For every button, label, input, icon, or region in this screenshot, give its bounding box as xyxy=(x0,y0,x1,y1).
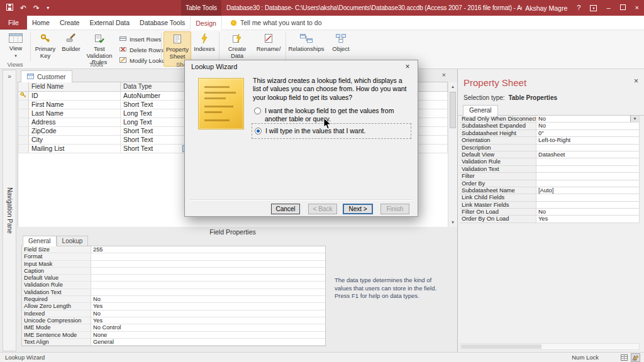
ps-value[interactable] xyxy=(536,180,640,187)
ps-row[interactable]: Validation Rule xyxy=(460,158,640,165)
fp-value[interactable]: Yes xyxy=(91,317,325,324)
option-from-table[interactable]: I want the lookup field to get the value… xyxy=(254,107,413,123)
fp-value[interactable]: None xyxy=(91,332,325,339)
fp-value[interactable]: No Control xyxy=(91,324,325,331)
data-type-cell[interactable]: Short Text xyxy=(121,136,194,145)
ps-row[interactable]: Order By On LoadYes xyxy=(460,216,640,222)
fp-value[interactable]: No xyxy=(91,296,325,303)
help-icon[interactable]: ? xyxy=(577,4,580,11)
fp-row[interactable]: Input Mask xyxy=(22,261,325,268)
fp-value[interactable] xyxy=(91,268,325,275)
ps-row[interactable]: Filter xyxy=(460,173,640,180)
fp-value[interactable]: No xyxy=(91,310,325,317)
ps-row[interactable]: Subdatasheet ExpandedNo xyxy=(460,123,640,129)
row-selector[interactable] xyxy=(18,92,29,101)
tab-create[interactable]: Create xyxy=(55,16,85,30)
delete-rows-button[interactable]: Delete Rows xyxy=(119,45,164,55)
fp-row[interactable]: IME Sentence ModeNone xyxy=(22,332,325,339)
field-name-cell[interactable]: Mailing List xyxy=(29,145,121,153)
tab-home[interactable]: Home xyxy=(27,16,55,30)
datasheet-view-icon[interactable] xyxy=(619,353,629,362)
ps-value[interactable]: No xyxy=(536,123,640,129)
field-name-cell[interactable]: Address xyxy=(29,118,121,127)
data-type-cell[interactable]: AutoNumber xyxy=(121,92,194,101)
row-selector[interactable] xyxy=(18,145,29,153)
data-type-cell[interactable]: Long Text xyxy=(121,109,194,118)
radio-unselected-icon[interactable] xyxy=(254,107,261,114)
fp-value[interactable] xyxy=(91,289,325,296)
data-type-cell[interactable]: Long Text xyxy=(121,118,194,127)
fp-value[interactable] xyxy=(91,282,325,288)
property-sheet-tab-general[interactable]: General xyxy=(463,105,498,116)
ps-value[interactable] xyxy=(536,158,640,165)
close-document-icon[interactable]: × xyxy=(442,71,446,79)
user-name[interactable]: Akshay Magre xyxy=(525,4,567,12)
expand-pane-icon[interactable]: » xyxy=(3,70,16,80)
ps-row[interactable]: Link Master Fields xyxy=(460,202,640,209)
ps-value[interactable]: No xyxy=(536,209,640,216)
finish-button[interactable]: Finish xyxy=(380,204,409,214)
ps-value[interactable] xyxy=(536,145,640,151)
field-name-cell[interactable]: Last Name xyxy=(29,109,121,118)
dialog-close-icon[interactable]: × xyxy=(397,60,418,73)
ps-value[interactable] xyxy=(536,194,640,201)
redo-icon[interactable]: ↷ xyxy=(33,4,40,12)
restore-icon[interactable] xyxy=(620,4,626,11)
ps-value[interactable] xyxy=(536,173,640,180)
ps-row[interactable]: OrientationLeft-to-Right xyxy=(460,137,640,144)
design-view-icon[interactable] xyxy=(631,353,640,362)
navigation-pane-collapsed[interactable]: » Navigation Pane xyxy=(3,70,16,351)
ps-value[interactable]: No▼ xyxy=(536,116,640,123)
scrollbar-thumb[interactable] xyxy=(450,92,456,128)
option-type-values[interactable]: I will type in the values that I want. xyxy=(255,127,365,135)
fp-row[interactable]: Text AlignGeneral xyxy=(22,339,325,346)
ps-row[interactable]: Default ViewDatasheet xyxy=(460,151,640,158)
save-icon[interactable] xyxy=(6,4,13,12)
scroll-down-icon[interactable]: ▼ xyxy=(448,218,457,227)
field-name-cell[interactable]: ID xyxy=(29,92,121,101)
data-type-cell[interactable]: Short Text xyxy=(121,101,194,109)
field-name-cell[interactable]: City xyxy=(29,136,121,145)
ps-value[interactable]: 0" xyxy=(536,130,640,137)
fp-row[interactable]: Caption xyxy=(22,268,325,275)
qat-customize-icon[interactable]: ▾ xyxy=(47,6,49,11)
ps-value[interactable]: [Auto] xyxy=(536,187,640,194)
ps-row[interactable]: Filter On LoadNo xyxy=(460,209,640,216)
tab-file[interactable]: File xyxy=(0,16,27,30)
minimize-icon[interactable]: – xyxy=(606,4,610,11)
tab-external-data[interactable]: External Data xyxy=(84,16,135,30)
ps-value[interactable]: Left-to-Right xyxy=(536,137,640,144)
fp-row[interactable]: IndexedNo xyxy=(22,310,325,317)
undo-icon[interactable]: ↶ xyxy=(20,4,26,12)
ps-value[interactable]: Yes xyxy=(536,216,640,222)
fp-row[interactable]: IME ModeNo Control xyxy=(22,324,325,331)
close-property-sheet-icon[interactable]: × xyxy=(634,77,638,85)
ps-row[interactable]: Validation Text xyxy=(460,166,640,173)
field-name-cell[interactable]: ZipCode xyxy=(29,127,121,136)
ps-row[interactable]: Subdatasheet Height0" xyxy=(460,130,640,137)
fp-row[interactable]: Validation Rule xyxy=(22,282,325,288)
grid-vertical-scrollbar[interactable]: ▲ ▼ xyxy=(448,82,457,227)
insert-rows-button[interactable]: Insert Rows xyxy=(119,35,161,44)
back-button[interactable]: < Back xyxy=(308,204,337,214)
ps-row[interactable]: Order By xyxy=(460,180,640,187)
tab-customer[interactable]: Customer xyxy=(21,70,72,82)
radio-selected-icon[interactable] xyxy=(255,128,262,134)
fp-value[interactable] xyxy=(91,261,325,268)
ps-row[interactable]: Read Only When DisconnectNo▼ xyxy=(460,116,640,123)
row-selector[interactable] xyxy=(18,118,29,127)
fp-value[interactable]: 255 xyxy=(91,246,325,253)
fp-row[interactable]: Unicode CompressionYes xyxy=(22,317,325,324)
cancel-button[interactable]: Cancel xyxy=(271,204,300,214)
fp-value[interactable] xyxy=(91,275,325,282)
property-sheet-horizontal-scrollbar[interactable] xyxy=(460,343,640,350)
fp-row[interactable]: Default Value xyxy=(22,275,325,282)
ps-value[interactable] xyxy=(536,166,640,173)
close-icon[interactable]: × xyxy=(635,4,639,11)
ps-value[interactable]: Datasheet xyxy=(536,151,640,158)
field-name-cell[interactable]: First Name xyxy=(29,101,121,109)
fp-value[interactable]: Yes xyxy=(91,303,325,310)
data-type-cell[interactable]: Short Text xyxy=(121,127,194,136)
tab-database-tools[interactable]: Database Tools xyxy=(135,16,190,30)
tab-design[interactable]: Design xyxy=(190,16,222,30)
